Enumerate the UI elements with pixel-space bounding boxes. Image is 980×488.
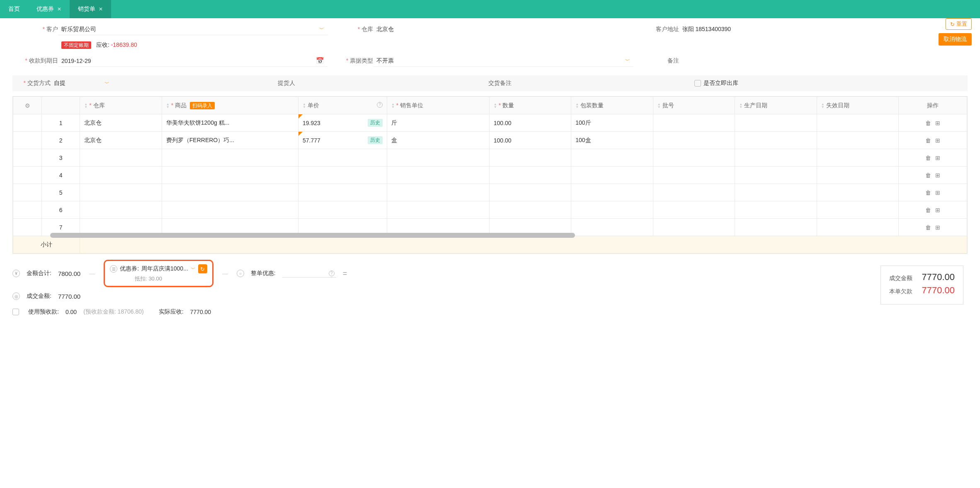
cell-prod-date[interactable] [735, 219, 817, 236]
chevron-down-icon[interactable]: ﹀ [191, 266, 196, 273]
tab-home[interactable]: 首页 [0, 0, 28, 18]
cell-product[interactable] [162, 201, 298, 219]
delete-row-icon[interactable]: 🗑 [925, 120, 931, 126]
due-date-input[interactable]: 2019-12-29📅 [58, 55, 327, 67]
close-icon[interactable]: ✕ [57, 6, 61, 12]
cell-price[interactable] [298, 184, 387, 201]
cell-warehouse[interactable]: 北京仓 [80, 132, 162, 149]
cell-price[interactable] [298, 201, 387, 219]
cell-qty[interactable] [489, 167, 571, 184]
cell-unit[interactable]: 盒 [387, 132, 489, 149]
address-select[interactable]: 张阳 18513400390﹀ [679, 24, 968, 35]
cell-price[interactable]: 19.923历史 [298, 114, 387, 132]
cell-unit[interactable] [387, 149, 489, 167]
help-icon[interactable]: ? [329, 271, 335, 276]
coupon-select[interactable]: 周年店庆满1000... [141, 265, 188, 273]
cell-price[interactable] [298, 167, 387, 184]
cell-batch[interactable] [653, 201, 735, 219]
cell-prod-date[interactable] [735, 114, 817, 132]
cell-pack[interactable] [571, 184, 653, 201]
col-product[interactable]: ▲▼*商品 扫码录入 [162, 97, 298, 114]
customer-select[interactable]: 昕乐贸易公司﹀ [58, 24, 327, 35]
cell-warehouse[interactable] [80, 167, 162, 184]
col-batch[interactable]: ▲▼批号 [653, 97, 735, 114]
use-prepay-checkbox[interactable] [12, 309, 19, 315]
close-icon[interactable]: ✕ [99, 6, 103, 12]
table-row[interactable]: 6🗑⊞ [13, 201, 967, 219]
cell-price[interactable]: 57.777历史 [298, 132, 387, 149]
col-pack[interactable]: ▲▼包装数量 [571, 97, 653, 114]
cell-expire[interactable] [817, 149, 899, 167]
cell-expire[interactable] [817, 184, 899, 201]
remark-input[interactable] [679, 55, 968, 67]
col-warehouse[interactable]: ▲▼*仓库 [80, 97, 162, 114]
table-row[interactable]: 4🗑⊞ [13, 167, 967, 184]
cell-warehouse[interactable] [80, 201, 162, 219]
col-price[interactable]: ▲▼单价? [298, 97, 387, 114]
cell-unit[interactable] [387, 184, 489, 201]
cell-batch[interactable] [653, 184, 735, 201]
col-expire-date[interactable]: ▲▼失效日期 [817, 97, 899, 114]
table-row[interactable]: 2北京仓费列罗（FERRERO）巧...57.777历史盒100.00100盒🗑… [13, 132, 967, 149]
cell-expire[interactable] [817, 201, 899, 219]
invoice-type-select[interactable]: 不开票﹀ [373, 55, 633, 67]
table-row[interactable]: 3🗑⊞ [13, 149, 967, 167]
table-row[interactable]: 1北京仓华美华夫软饼1200g 糕...19.923历史斤100.00100斤🗑… [13, 114, 967, 132]
cell-pack[interactable]: 100斤 [571, 114, 653, 132]
cell-prod-date[interactable] [735, 201, 817, 219]
add-row-icon[interactable]: ⊞ [935, 224, 940, 231]
cell-price[interactable] [298, 149, 387, 167]
refresh-coupon-button[interactable]: ↻ [198, 264, 207, 273]
cell-product[interactable]: 华美华夫软饼1200g 糕... [162, 114, 298, 132]
delete-row-icon[interactable]: 🗑 [925, 137, 931, 144]
add-row-icon[interactable]: ⊞ [935, 207, 940, 213]
cell-expire[interactable] [817, 114, 899, 132]
cell-qty[interactable]: 100.00 [489, 132, 571, 149]
order-discount-input[interactable]: ? [282, 270, 336, 278]
cell-qty[interactable]: 100.00 [489, 114, 571, 132]
cell-unit[interactable] [387, 201, 489, 219]
help-icon[interactable]: ? [377, 102, 383, 108]
cell-batch[interactable] [653, 114, 735, 132]
cell-batch[interactable] [653, 219, 735, 236]
cell-unit[interactable]: 斤 [387, 114, 489, 132]
cell-prod-date[interactable] [735, 167, 817, 184]
delete-row-icon[interactable]: 🗑 [925, 155, 931, 161]
add-row-icon[interactable]: ⊞ [935, 137, 940, 144]
tab-sales-order[interactable]: 销货单✕ [70, 0, 111, 18]
reset-button[interactable]: ↻ 重置 [946, 18, 972, 30]
cell-product[interactable] [162, 184, 298, 201]
horizontal-scrollbar[interactable] [50, 233, 575, 238]
cell-expire[interactable] [817, 219, 899, 236]
cell-batch[interactable] [653, 132, 735, 149]
delivery-note-input[interactable] [512, 82, 574, 84]
add-row-icon[interactable]: ⊞ [935, 189, 940, 196]
add-row-icon[interactable]: ⊞ [935, 120, 940, 126]
cell-qty[interactable] [489, 149, 571, 167]
cell-expire[interactable] [817, 167, 899, 184]
cell-pack[interactable]: 100盒 [571, 132, 653, 149]
cell-pack[interactable] [571, 167, 653, 184]
warehouse-select[interactable]: 北京仓 [373, 24, 633, 35]
cell-batch[interactable] [653, 167, 735, 184]
delete-row-icon[interactable]: 🗑 [925, 207, 931, 213]
immediate-out-checkbox[interactable] [694, 80, 701, 87]
cell-product[interactable] [162, 149, 298, 167]
cell-prod-date[interactable] [735, 149, 817, 167]
col-unit[interactable]: ▲▼*销售单位 [387, 97, 489, 114]
col-qty[interactable]: ▲▼*数量 [489, 97, 571, 114]
delete-row-icon[interactable]: 🗑 [925, 172, 931, 179]
cell-expire[interactable] [817, 132, 899, 149]
cancel-logistics-button[interactable]: 取消物流 [939, 33, 972, 46]
cell-qty[interactable] [489, 184, 571, 201]
picker-input[interactable] [295, 82, 357, 84]
tab-coupon[interactable]: 优惠券✕ [28, 0, 70, 18]
cell-unit[interactable] [387, 167, 489, 184]
cell-prod-date[interactable] [735, 132, 817, 149]
gear-icon[interactable]: ⚙ [13, 97, 42, 114]
cell-product[interactable] [162, 167, 298, 184]
cell-pack[interactable] [571, 219, 653, 236]
cell-prod-date[interactable] [735, 184, 817, 201]
col-prod-date[interactable]: ▲▼生产日期 [735, 97, 817, 114]
cell-pack[interactable] [571, 149, 653, 167]
